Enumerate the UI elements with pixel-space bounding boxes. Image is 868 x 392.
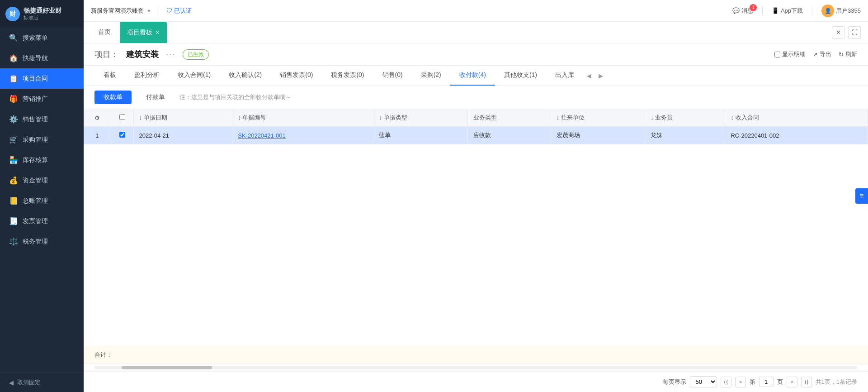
topbar: 新服务官网演示账套 ▼ 🛡 已认证 💬 消息 1 📱 App下载 👤 用户335…: [84, 0, 868, 22]
cell-number[interactable]: SK-20220421-001: [232, 127, 373, 144]
row-checkbox-cell[interactable]: [111, 127, 133, 144]
col-number[interactable]: ↕ 单据编号: [232, 109, 373, 127]
sidebar-unpin-button[interactable]: ◀ 取消固定: [0, 373, 84, 392]
tab-home-label: 首页: [98, 28, 111, 36]
sidebar-item-ledger[interactable]: 📒 总账管理: [0, 191, 84, 211]
col-type[interactable]: ↕ 单据类型: [373, 109, 467, 127]
export-icon: ↗: [813, 51, 818, 58]
subtab-other-income[interactable]: 其他收支(1): [495, 66, 546, 86]
sidebar-item-search[interactable]: 🔍 搜索菜单: [0, 28, 84, 48]
sidebar-item-label: 总账管理: [23, 197, 48, 205]
table-row[interactable]: 1 2022-04-21 SK-20220421-001 蓝单 应收款 宏茂商场…: [84, 127, 868, 144]
sidebar-item-label: 营销推广: [23, 95, 48, 103]
show-detail-checkbox[interactable]: 显示明细: [774, 50, 806, 58]
sidebar-item-sales[interactable]: ⚙️ 销售管理: [0, 109, 84, 129]
col-date[interactable]: ↕ 单据日期: [133, 109, 232, 127]
subtab-income-contract[interactable]: 收入合同(1): [169, 66, 220, 86]
project-icon: 📋: [9, 74, 18, 83]
tabbar-actions: ✕ ⛶: [832, 22, 861, 43]
doc-number-link[interactable]: SK-20220421-001: [238, 132, 286, 139]
topbar-right: 💬 消息 1 📱 App下载 👤 用户3355: [732, 5, 861, 17]
sidebar-item-invoice[interactable]: 🧾 发票管理: [0, 211, 84, 231]
tab-expand-button[interactable]: ⛶: [848, 26, 861, 39]
collection-note: 注：这里是与项目关联的全部收付款单哦～: [179, 93, 291, 101]
sidebar-item-marketing[interactable]: 🎁 营销推广: [0, 89, 84, 109]
subtab-sales-invoice[interactable]: 销售发票(0): [271, 66, 322, 86]
subtab-next-arrow[interactable]: ▶: [595, 67, 607, 85]
cart-icon: 🛒: [9, 135, 18, 144]
scrollbar-thumb[interactable]: [122, 366, 212, 369]
right-panel-toggle[interactable]: ≡: [855, 188, 868, 204]
more-icon[interactable]: ···: [166, 50, 175, 59]
cell-type: 蓝单: [373, 127, 467, 144]
message-badge: 1: [750, 4, 757, 11]
account-name: 新服务官网演示账套: [91, 7, 144, 15]
page-last-button[interactable]: ⟩⟩: [801, 377, 812, 387]
account-selector[interactable]: 新服务官网演示账套 ▼: [91, 7, 151, 15]
gear-icon: ⚙️: [9, 115, 18, 124]
subtab-income-confirm[interactable]: 收入确认(2): [220, 66, 271, 86]
tab-close-all-button[interactable]: ✕: [832, 26, 844, 39]
col-checkbox: [111, 109, 133, 127]
sidebar-item-purchase[interactable]: 🛒 采购管理: [0, 129, 84, 150]
sidebar-item-inventory[interactable]: 🏪 库存核算: [0, 150, 84, 170]
col-salesperson[interactable]: ↕ 业务员: [645, 109, 725, 127]
sidebar-item-label: 销售管理: [23, 115, 48, 124]
table-footer: 合计：: [84, 346, 868, 363]
subtab-purchase[interactable]: 采购(2): [412, 66, 450, 86]
page-first-button[interactable]: ⟨⟨: [721, 377, 731, 387]
sidebar-item-quick-nav[interactable]: 🏠 快捷导航: [0, 48, 84, 68]
tab-close-icon[interactable]: ✕: [155, 29, 160, 36]
cert-label: 已认证: [174, 7, 192, 15]
logo-text-block: 畅捷通好业财 标准版: [24, 6, 61, 21]
show-detail-input[interactable]: [774, 52, 780, 57]
export-button[interactable]: ↗ 导出: [813, 50, 831, 58]
collection-tab-payment[interactable]: 付款单: [137, 91, 174, 104]
col-partner[interactable]: ↕ 往来单位: [551, 109, 645, 127]
page-prev-button[interactable]: ＜: [735, 377, 746, 387]
app-download-button[interactable]: 📱 App下载: [772, 7, 803, 15]
tab-home[interactable]: 首页: [91, 22, 118, 43]
sidebar-item-label: 税务管理: [23, 238, 48, 246]
sidebar-item-label: 发票管理: [23, 217, 48, 225]
table-header-row: ⚙ ↕ 单据日期 ↕ 单据编号 ↕ 单据类型 业务类型: [84, 109, 868, 127]
page-size-label: 每页显示: [663, 378, 686, 386]
horizontal-scrollbar[interactable]: [94, 366, 857, 369]
subtab-collection[interactable]: 收付款(4): [450, 66, 495, 86]
divider-3: [812, 6, 812, 15]
collection-tab-receipt[interactable]: 收款单: [94, 91, 132, 104]
sidebar-item-tax[interactable]: ⚖️ 税务管理: [0, 231, 84, 252]
sidebar-item-project-contract[interactable]: 📋 项目合同: [0, 68, 84, 89]
col-settings[interactable]: ⚙: [84, 109, 111, 127]
cell-partner: 宏茂商场: [551, 127, 645, 144]
subtab-in-out[interactable]: 出入库: [546, 66, 583, 86]
subtab-sales[interactable]: 销售(0): [373, 66, 412, 86]
sidebar-item-capital[interactable]: 💰 资金管理: [0, 170, 84, 191]
refresh-icon: ↻: [839, 51, 844, 58]
subtab-profit[interactable]: 盈利分析: [125, 66, 169, 86]
page-next-button[interactable]: ＞: [787, 377, 797, 387]
project-status-badge: 已生效: [183, 49, 209, 60]
page-input[interactable]: [759, 377, 774, 387]
app-edition: 标准版: [24, 14, 61, 21]
refresh-label: 刷新: [845, 50, 857, 58]
subtab-prev-arrow[interactable]: ◀: [583, 67, 595, 85]
user-label: 用户3355: [836, 7, 861, 15]
row-checkbox[interactable]: [119, 132, 125, 138]
tab-project-board[interactable]: 项目看板 ✕: [120, 22, 167, 43]
sidebar-item-label: 库存核算: [23, 156, 48, 164]
refresh-button[interactable]: ↻ 刷新: [839, 50, 857, 58]
select-all-checkbox[interactable]: [119, 114, 125, 120]
subtab-kanban[interactable]: 看板: [94, 66, 125, 86]
main-area: 新服务官网演示账套 ▼ 🛡 已认证 💬 消息 1 📱 App下载 👤 用户335…: [84, 0, 868, 392]
message-button[interactable]: 💬 消息 1: [732, 7, 753, 15]
subtab-tax-invoice[interactable]: 税务发票(0): [322, 66, 373, 86]
user-button[interactable]: 👤 用户3355: [821, 5, 861, 17]
col-income-contract[interactable]: ↕ 收入合同: [725, 109, 868, 127]
row-num: 1: [84, 127, 111, 144]
page-label: 第: [750, 378, 755, 386]
project-header: 项目： 建筑安装 ··· 已生效 显示明细 ↗ 导出 ↻ 刷新: [84, 43, 868, 66]
avatar: 👤: [821, 5, 834, 17]
page-size-select[interactable]: 50 100 200: [690, 376, 717, 387]
col-partner-label: ↕ 往来单位: [557, 114, 585, 121]
